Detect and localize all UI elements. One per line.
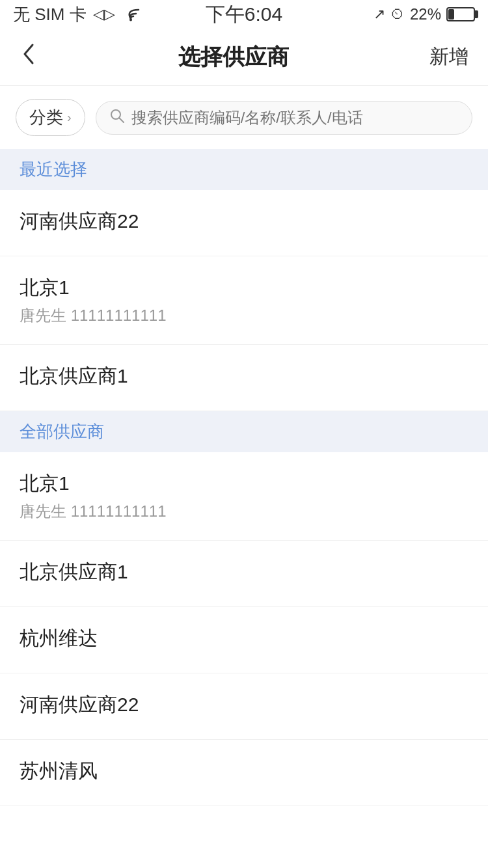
- page-title: 选择供应商: [178, 42, 289, 72]
- item-name: 北京1: [20, 470, 468, 497]
- battery-percent: 22%: [410, 5, 441, 23]
- recent-list: 河南供应商22 北京1 唐先生 11111111111北京供应商1: [0, 190, 488, 411]
- list-item[interactable]: 杭州维达: [0, 607, 488, 673]
- search-icon: [109, 108, 125, 128]
- item-name: 河南供应商22: [20, 208, 468, 235]
- list-item[interactable]: 河南供应商22: [0, 673, 488, 740]
- add-button[interactable]: 新增: [429, 44, 468, 70]
- wifi-icon: ◁▷: [93, 6, 115, 23]
- list-item[interactable]: 河南供应商22: [0, 190, 488, 256]
- time-display: 下午6:04: [206, 1, 282, 28]
- status-bar: 无 SIM 卡 ◁▷ 下午6:04 ↗ ⏲ 22%: [0, 0, 488, 29]
- list-item[interactable]: 北京供应商1: [0, 541, 488, 607]
- item-sub: 唐先生 11111111111: [20, 501, 468, 522]
- item-name: 北京供应商1: [20, 363, 468, 390]
- search-box: [96, 101, 472, 135]
- all-section-label: 全部供应商: [20, 422, 104, 441]
- item-name: 河南供应商22: [20, 692, 468, 718]
- back-button[interactable]: [20, 40, 38, 74]
- recent-section-header: 最近选择: [0, 149, 488, 190]
- list-item[interactable]: 北京供应商1: [0, 345, 488, 411]
- all-list: 北京1 唐先生 11111111111北京供应商1 杭州维达 河南供应商22 苏…: [0, 452, 488, 806]
- battery-icon: [446, 7, 475, 21]
- category-label: 分类: [29, 106, 63, 129]
- list-item[interactable]: 苏州清风: [0, 740, 488, 806]
- item-sub: 唐先生 11111111111: [20, 305, 468, 326]
- list-item[interactable]: 北京1 唐先生 11111111111: [0, 256, 488, 345]
- nav-bar: 选择供应商 新增: [0, 29, 488, 86]
- location-icon: ↗: [373, 6, 385, 23]
- recent-section-label: 最近选择: [20, 159, 87, 179]
- wifi-signal-icon: [122, 7, 140, 21]
- item-name: 北京1: [20, 275, 468, 301]
- carrier-label: 无 SIM 卡: [13, 3, 87, 26]
- item-name: 杭州维达: [20, 625, 468, 652]
- search-input[interactable]: [131, 109, 459, 127]
- chevron-right-icon: ›: [67, 110, 72, 125]
- filter-bar: 分类 ›: [0, 86, 488, 149]
- status-left: 无 SIM 卡 ◁▷: [13, 3, 140, 26]
- svg-point-0: [129, 19, 132, 21]
- all-section-header: 全部供应商: [0, 411, 488, 452]
- alarm-icon: ⏲: [390, 6, 405, 23]
- status-right: ↗ ⏲ 22%: [373, 5, 475, 23]
- item-name: 苏州清风: [20, 758, 468, 785]
- svg-line-2: [119, 118, 124, 122]
- item-name: 北京供应商1: [20, 559, 468, 586]
- category-button[interactable]: 分类 ›: [16, 99, 85, 136]
- list-item[interactable]: 北京1 唐先生 11111111111: [0, 452, 488, 541]
